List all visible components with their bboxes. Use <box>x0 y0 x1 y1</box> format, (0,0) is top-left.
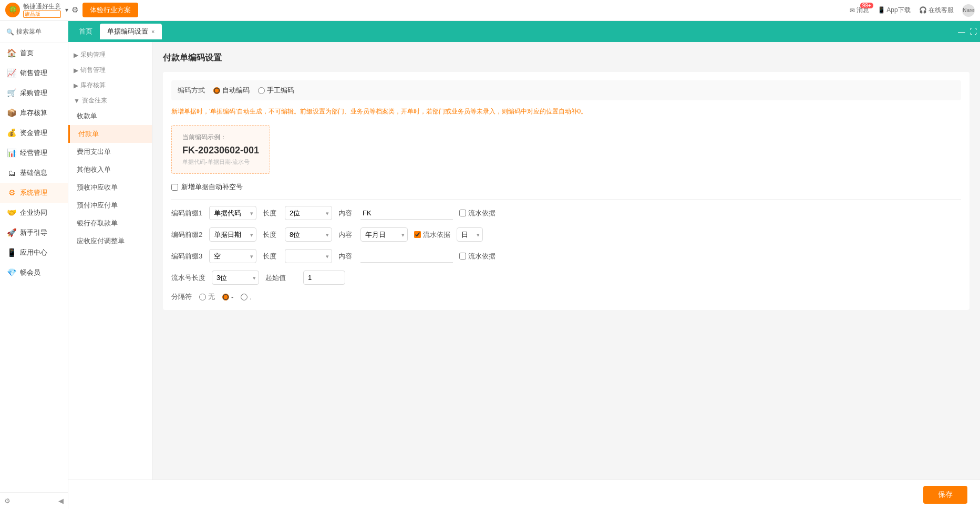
serial2-checkbox[interactable] <box>414 231 421 238</box>
sidebar-bottom: ⚙ ◀ <box>0 492 68 509</box>
sidebar-item-guide[interactable]: 🚀 新手引导 <box>0 223 68 243</box>
sep-dash-option[interactable]: - <box>222 293 233 301</box>
tab-home[interactable]: 首页 <box>71 24 100 39</box>
tab-close-icon[interactable]: × <box>151 28 154 35</box>
trial-button[interactable]: 体验行业方案 <box>82 3 138 17</box>
message-icon: ✉ <box>850 7 855 14</box>
sub-menu-item-prepaid-payable[interactable]: 预付冲应付单 <box>68 196 152 214</box>
minimize-icon[interactable]: — <box>958 27 965 36</box>
serial-length-select-wrap[interactable]: 3位 <box>212 271 259 285</box>
sep-dot-radio[interactable] <box>241 294 247 300</box>
day-select-wrap[interactable]: 日 <box>457 227 483 242</box>
sidebar-item-sales[interactable]: 📈 销售管理 <box>0 63 68 83</box>
sidebar-item-purchase[interactable]: 🛒 采购管理 <box>0 83 68 103</box>
sep-none-option[interactable]: 无 <box>199 292 215 302</box>
length3-select-wrap[interactable] <box>285 249 332 263</box>
sidebar-search[interactable]: 🔍 搜索菜单 <box>0 21 68 43</box>
sub-menu-item-payment[interactable]: 付款单 <box>68 125 152 143</box>
sidebar-item-cooperation[interactable]: 🤝 企业协同 <box>0 203 68 223</box>
top-bar: 🍀 畅捷通好生意 旗品版 ▾ ⚙ 体验行业方案 ✉ 消息 99+ 📱 App下载… <box>0 0 980 21</box>
sidebar-item-system[interactable]: ⚙ 系统管理 <box>0 183 68 203</box>
sub-group-capital[interactable]: ▼ 资金往来 <box>68 92 152 107</box>
sep-dash-radio[interactable] <box>222 294 229 300</box>
sub-menu-item-ar-ap[interactable]: 应收应付调整单 <box>68 232 152 250</box>
sidebar-menu: 🏠 首页 📈 销售管理 🛒 采购管理 📦 库存核算 💰 资金管理 📊 经营管理 … <box>0 43 68 492</box>
day-select[interactable]: 日 <box>457 227 483 242</box>
sub-menu-item-expense[interactable]: 费用支出单 <box>68 143 152 161</box>
separator-label: 分隔符 <box>171 292 192 302</box>
sep-none-radio[interactable] <box>199 294 206 300</box>
serial3-label: 流水依据 <box>468 252 496 261</box>
manual-code-option[interactable]: 手工编码 <box>258 86 294 95</box>
code-preview-box: 当前编码示例： FK-20230602-001 单据代码-单据日期-流水号 <box>171 125 270 174</box>
member-icon: 💎 <box>7 268 16 277</box>
serial-length-select[interactable]: 3位 <box>212 271 259 285</box>
sidebar: 🔍 搜索菜单 🏠 首页 📈 销售管理 🛒 采购管理 📦 库存核算 💰 资金管理 … <box>0 21 68 509</box>
length1-select[interactable]: 2位 <box>285 206 332 220</box>
settings-icon[interactable]: ⚙ <box>71 5 78 15</box>
new-bill-row: 新增单据自动补空号 <box>171 182 961 192</box>
sidebar-item-home[interactable]: 🏠 首页 <box>0 43 68 63</box>
sidebar-collapse-icon[interactable]: ◀ <box>58 497 64 505</box>
logo-badge: 旗品版 <box>23 11 61 18</box>
sub-menu-item-other-income[interactable]: 其他收入单 <box>68 161 152 179</box>
form-divider <box>171 199 961 200</box>
length1-select-wrap[interactable]: 2位 <box>285 206 332 220</box>
avatar[interactable]: Nare <box>962 4 975 17</box>
prefix2-select-wrap[interactable]: 单据日期 <box>209 227 256 242</box>
prefix3-label: 编码前缀3 <box>171 252 203 261</box>
sidebar-settings-icon[interactable]: ⚙ <box>4 497 11 505</box>
sidebar-item-inventory[interactable]: 📦 库存核算 <box>0 103 68 123</box>
prefix1-row: 编码前缀1 单据代码 长度 2位 内容 <box>171 206 961 220</box>
sidebar-item-member[interactable]: 💎 畅会员 <box>0 263 68 283</box>
sidebar-item-basic[interactable]: 🗂 基础信息 <box>0 163 68 183</box>
content2-select-wrap[interactable]: 年月日 <box>360 227 408 242</box>
search-menu-button[interactable]: 🔍 搜索菜单 <box>4 25 64 38</box>
prefix1-select-wrap[interactable]: 单据代码 <box>209 206 256 220</box>
start-value-input[interactable] <box>303 271 345 285</box>
sidebar-item-label: 销售管理 <box>20 68 47 78</box>
sub-menu-item-prepaid-receivable[interactable]: 预收冲应收单 <box>68 179 152 196</box>
message-button[interactable]: ✉ 消息 99+ <box>850 6 869 15</box>
online-service-link[interactable]: 🎧 在线客服 <box>919 6 954 15</box>
sidebar-item-operations[interactable]: 📊 经营管理 <box>0 143 68 163</box>
prefix2-select[interactable]: 单据日期 <box>209 227 256 242</box>
save-button[interactable]: 保存 <box>923 486 967 504</box>
serial1-checkbox[interactable] <box>459 210 466 216</box>
serial3-checkbox[interactable] <box>459 253 466 259</box>
manual-code-radio[interactable] <box>258 87 265 94</box>
maximize-icon[interactable]: ⛶ <box>969 27 977 36</box>
prefix3-select[interactable]: 空 <box>209 249 256 263</box>
prefix1-select[interactable]: 单据代码 <box>209 206 256 220</box>
app-download-link[interactable]: 📱 App下载 <box>878 6 911 15</box>
sub-menu-item-receipt[interactable]: 收款单 <box>68 107 152 125</box>
sub-group-purchase[interactable]: ▶ 采购管理 <box>68 46 152 61</box>
sub-group-sales[interactable]: ▶ 销售管理 <box>68 61 152 77</box>
sidebar-item-label: 系统管理 <box>20 188 47 198</box>
length3-label: 长度 <box>263 252 278 261</box>
auto-code-option[interactable]: 自动编码 <box>213 86 250 95</box>
sidebar-item-label: 库存核算 <box>20 108 47 118</box>
tab-encoding-settings[interactable]: 单据编码设置 × <box>100 24 162 39</box>
sub-group-inventory[interactable]: ▶ 库存核算 <box>68 77 152 92</box>
content1-input[interactable] <box>360 207 453 220</box>
content2-select[interactable]: 年月日 <box>360 227 408 242</box>
auto-code-radio[interactable] <box>213 87 220 94</box>
sub-menu-item-bank[interactable]: 银行存取款单 <box>68 214 152 232</box>
nav-dropdown[interactable]: ▾ <box>65 6 68 14</box>
app-logo: 🍀 畅捷通好生意 旗品版 <box>5 3 61 17</box>
sidebar-item-label: 应用中心 <box>20 248 47 257</box>
sidebar-item-finance[interactable]: 💰 资金管理 <box>0 123 68 143</box>
length2-select[interactable]: 8位 <box>285 227 332 242</box>
tab-bar-controls: — ⛶ <box>958 27 977 36</box>
length3-select[interactable] <box>285 249 332 263</box>
sidebar-item-label: 新手引导 <box>20 228 47 237</box>
prefix3-select-wrap[interactable]: 空 <box>209 249 256 263</box>
sidebar-item-label: 资金管理 <box>20 128 47 138</box>
length2-select-wrap[interactable]: 8位 <box>285 227 332 242</box>
sidebar-item-apps[interactable]: 📱 应用中心 <box>0 243 68 263</box>
sep-dot-option[interactable]: . <box>241 293 252 301</box>
chevron-right-icon: ▶ <box>74 51 78 59</box>
content3-input[interactable] <box>360 250 453 263</box>
new-bill-checkbox[interactable] <box>171 184 178 191</box>
